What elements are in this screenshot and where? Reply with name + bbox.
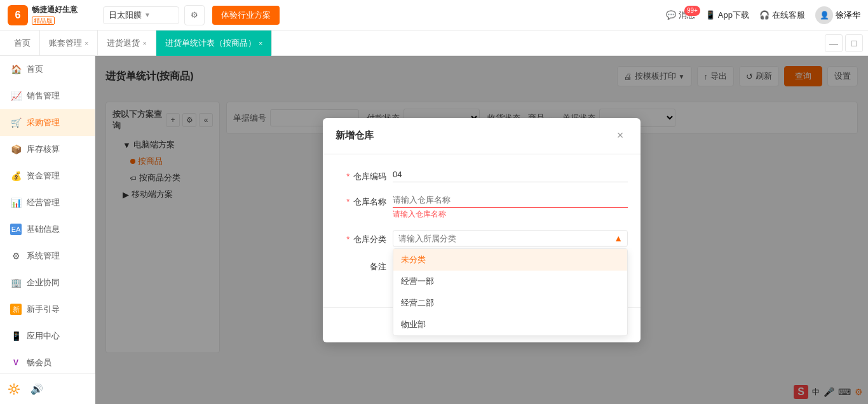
warehouse-category-input[interactable] — [393, 230, 628, 247]
dropdown-item-dept2[interactable]: 经营二部 — [393, 292, 627, 314]
dropdown-item-dept1[interactable]: 经营一部 — [393, 271, 627, 292]
sidebar-item-finance[interactable]: 💰 资金管理 — [0, 163, 95, 189]
warehouse-code-row: * 仓库编码 — [336, 167, 628, 182]
content-area: 进货单统计(按商品) 🖨 按模板打印 ▼ ↑ 导出 ↺ 刷新 查询 设置 — [95, 56, 868, 404]
modal-close-button[interactable]: × — [613, 128, 628, 144]
logo-icon: 6 — [8, 5, 28, 25]
tab-purchase-stats[interactable]: 进货单统计表（按商品） × — [156, 30, 272, 56]
warehouse-category-label: * 仓库分类 — [336, 230, 386, 245]
message-icon: 💬 — [666, 10, 676, 20]
modal-overlay: 新增仓库 × * 仓库编码 — [95, 56, 868, 404]
brightness-icon[interactable]: 🔆 — [8, 383, 20, 395]
remarks-label: 备注 — [336, 257, 386, 273]
inventory-icon: 📦 — [10, 144, 22, 155]
warehouse-code-control — [393, 167, 628, 182]
modal-header: 新增仓库 × — [323, 118, 641, 154]
modal-title: 新增仓库 — [336, 130, 374, 142]
tab-purchase-return[interactable]: 进货退货 × — [98, 30, 156, 56]
tab-action-minimize[interactable]: — — [825, 34, 843, 52]
tab-close-icon[interactable]: × — [85, 39, 88, 47]
warehouse-name-input[interactable] — [393, 192, 628, 208]
warehouse-code-input[interactable] — [393, 167, 628, 182]
sidebar-item-enterprise[interactable]: 🏢 企业协同 — [0, 269, 95, 296]
sidebar: 🏠 首页 📈 销售管理 🛒 采购管理 📦 库存核算 💰 资金管理 📊 经营管理 … — [0, 56, 95, 404]
logo-area: 6 畅捷通好生意 精品版 — [8, 4, 103, 25]
system-icon: ⚙ — [10, 250, 22, 262]
dropdown-item-dept3[interactable]: 物业部 — [393, 314, 627, 335]
header-right: 💬 消息 99+ 📱 App下载 🎧 在线客服 👤 徐泽华 — [666, 6, 860, 24]
sidebar-item-app-center[interactable]: 📱 应用中心 — [0, 323, 95, 349]
tab-home[interactable]: 首页 — [5, 30, 40, 56]
sidebar-item-guide[interactable]: 新 新手引导 — [0, 296, 95, 323]
tab-close-icon[interactable]: × — [142, 39, 146, 47]
user-area[interactable]: 👤 徐泽华 — [815, 6, 860, 24]
sidebar-item-inventory[interactable]: 📦 库存核算 — [0, 136, 95, 163]
finance-icon: 💰 — [10, 170, 22, 182]
headset-icon: 🎧 — [759, 10, 770, 20]
store-dropdown-arrow-icon: ▼ — [144, 11, 151, 18]
warehouse-category-control: ▲ 未分类 经营一部 经营二部 物业部 — [393, 230, 628, 247]
app-center-icon: 📱 — [10, 330, 22, 342]
store-selector[interactable]: 日太阳膜 ▼ — [103, 6, 179, 24]
logo-text: 畅捷通好生意 精品版 — [32, 4, 78, 25]
sidebar-bottom-bar: 🔆 🔊 — [0, 374, 95, 404]
enterprise-icon: 🏢 — [10, 277, 22, 288]
sidebar-item-sales[interactable]: 📈 销售管理 — [0, 83, 95, 109]
settings-icon[interactable]: ⚙ — [184, 5, 205, 25]
sales-icon: 📈 — [10, 90, 22, 102]
sidebar-item-basic-info[interactable]: EA 基础信息 — [0, 216, 95, 243]
trial-button[interactable]: 体验行业方案 — [212, 6, 280, 25]
warehouse-name-label: * 仓库名称 — [336, 192, 386, 208]
warehouse-code-label: * 仓库编码 — [336, 167, 386, 182]
online-service-button[interactable]: 🎧 在线客服 — [759, 10, 805, 21]
tab-bar: 首页 账套管理 × 进货退货 × 进货单统计表（按商品） × — □ — [0, 30, 868, 56]
modal-body: * 仓库编码 * 仓库名称 — [323, 154, 641, 307]
sidebar-item-system[interactable]: ⚙ 系统管理 — [0, 243, 95, 269]
tab-close-icon[interactable]: × — [259, 39, 262, 47]
top-header: 6 畅捷通好生意 精品版 日太阳膜 ▼ ⚙ 体验行业方案 💬 消息 99+ 📱 … — [0, 0, 868, 30]
avatar: 👤 — [815, 6, 833, 24]
sidebar-item-operations[interactable]: 📊 经营管理 — [0, 189, 95, 216]
sidebar-item-purchase[interactable]: 🛒 采购管理 — [0, 109, 95, 136]
home-icon: 🏠 — [10, 64, 22, 75]
member-icon: V — [10, 357, 22, 368]
warehouse-name-control: 请输入仓库名称 — [393, 192, 628, 220]
category-dropdown: 未分类 经营一部 经营二部 物业部 — [393, 248, 628, 336]
tab-actions: — □ — [825, 34, 863, 52]
tab-action-maximize[interactable]: □ — [845, 34, 863, 52]
tab-account[interactable]: 账套管理 × — [40, 30, 98, 56]
dropdown-item-unclassified[interactable]: 未分类 — [393, 249, 627, 271]
warehouse-name-row: * 仓库名称 请输入仓库名称 — [336, 192, 628, 220]
operations-icon: 📊 — [10, 197, 22, 208]
modal-new-warehouse: 新增仓库 × * 仓库编码 — [323, 118, 641, 342]
purchase-icon: 🛒 — [10, 117, 22, 128]
messages-button[interactable]: 💬 消息 99+ — [666, 10, 695, 21]
warehouse-category-row: * 仓库分类 ▲ 未分类 经营一部 经营二部 物业部 — [336, 230, 628, 247]
warehouse-name-error: 请输入仓库名称 — [393, 209, 628, 220]
basic-info-icon: EA — [10, 224, 22, 235]
sidebar-item-member[interactable]: V 畅会员 — [0, 349, 95, 376]
main-layout: 🏠 首页 📈 销售管理 🛒 采购管理 📦 库存核算 💰 资金管理 📊 经营管理 … — [0, 56, 868, 404]
volume-icon[interactable]: 🔊 — [31, 383, 43, 395]
phone-icon: 📱 — [705, 10, 715, 20]
sidebar-item-home[interactable]: 🏠 首页 — [0, 56, 95, 83]
app-download-button[interactable]: 📱 App下载 — [705, 10, 749, 21]
guide-icon: 新 — [10, 304, 22, 315]
